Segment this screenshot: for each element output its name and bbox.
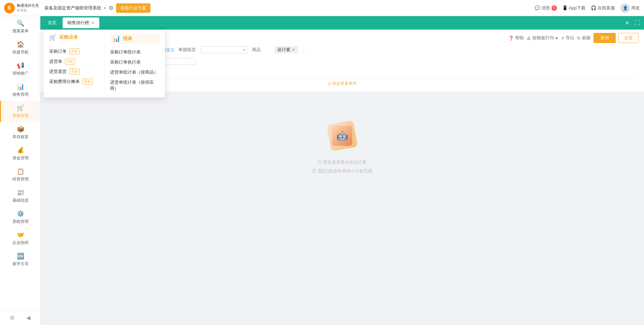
dropdown-item-po-exec[interactable]: 采购订单执行表 — [110, 57, 160, 67]
si-by-supplier-label: 进货单统计表（按供应商） — [110, 79, 160, 91]
dropdown-item-purchase-expense[interactable]: 采购费用分摊单 历史 — [49, 77, 99, 87]
po-stats-label: 采购订单统计表 — [110, 49, 141, 55]
dropdown-item-stock-return[interactable]: 进货退货 历史 — [49, 67, 99, 77]
report-col-icon: 📊 — [113, 35, 120, 42]
po-exec-label: 采购订单执行表 — [110, 59, 141, 65]
purchase-col-title: 采购业务 — [59, 34, 78, 40]
stock-return-label: 进货退货 — [49, 69, 67, 75]
purchase-order-label: 采购订单 — [49, 48, 67, 54]
purchase-expense-history[interactable]: 历史 — [82, 79, 93, 85]
report-col: 📊 报表 采购订单统计表 采购订单执行表 进货单统计表（按商品） 进货单统计表（… — [104, 34, 165, 93]
dropdown-item-stock-in[interactable]: 进货单 历史 — [49, 56, 99, 67]
dropdown-item-purchase-order[interactable]: 采购订单 历史 — [49, 46, 99, 56]
purchase-col-icon: 🛒 — [49, 34, 57, 41]
dropdown-overlay[interactable]: 🛒 采购业务 采购订单 历史 进货单 历史 进货退货 历史 采购费用分摊单 历史 — [0, 0, 644, 325]
report-col-title: 报表 — [123, 36, 132, 42]
purchase-col-header: 🛒 采购业务 — [49, 34, 99, 43]
purchase-order-history[interactable]: 历史 — [69, 48, 79, 54]
si-by-goods-label: 进货单统计表（按商品） — [110, 69, 158, 75]
stock-return-history[interactable]: 历史 — [69, 69, 79, 75]
report-col-header: 📊 报表 — [110, 34, 160, 44]
dropdown-item-si-by-goods[interactable]: 进货单统计表（按商品） — [110, 67, 160, 77]
stock-in-label: 进货单 — [49, 58, 62, 65]
dropdown-menu: 🛒 采购业务 采购订单 历史 进货单 历史 进货退货 历史 采购费用分摊单 历史 — [44, 30, 165, 97]
purchase-col: 🛒 采购业务 采购订单 历史 进货单 历史 进货退货 历史 采购费用分摊单 历史 — [44, 34, 104, 93]
dropdown-item-po-stats[interactable]: 采购订单统计表 — [110, 47, 160, 57]
purchase-expense-label: 采购费用分摊单 — [49, 79, 80, 85]
stock-in-history[interactable]: 历史 — [65, 58, 75, 65]
dropdown-item-si-by-supplier[interactable]: 进货单统计表（按供应商） — [110, 77, 160, 93]
